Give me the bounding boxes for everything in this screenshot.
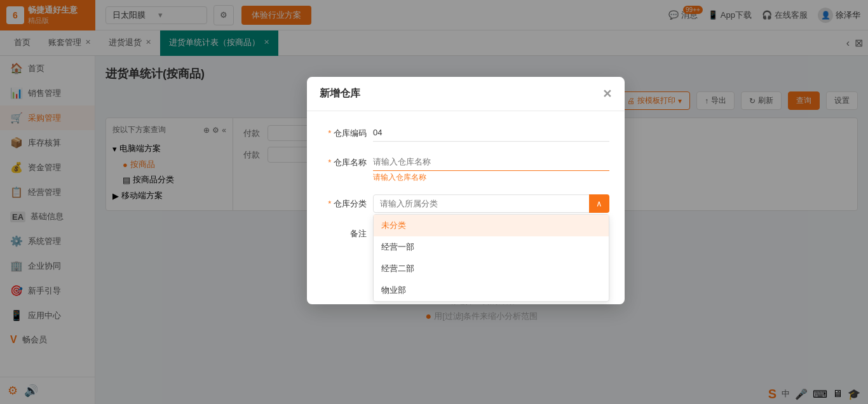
dropdown-item-dept1[interactable]: 经营一部	[374, 236, 609, 258]
dropdown-item-dept2[interactable]: 经营二部	[374, 258, 609, 279]
form-row-code: 仓库编码	[322, 124, 609, 142]
modal-header: 新增仓库 ✕	[307, 77, 625, 111]
warehouse-name-input[interactable]	[373, 153, 609, 171]
category-select-wrap: ∧ 未分类 经营一部 经营二部 物业部	[373, 194, 609, 213]
category-arrow-icon[interactable]: ∧	[589, 194, 609, 213]
name-label: 仓库名称	[322, 153, 373, 168]
name-field: 请输入仓库名称	[373, 153, 609, 183]
notes-label: 备注	[322, 224, 373, 239]
modal-add-warehouse: 新增仓库 ✕ 仓库编码 仓库名称 请输入仓库名称 仓库分类 ∧	[307, 77, 625, 304]
dropdown-item-uncategorized[interactable]: 未分类	[374, 215, 609, 236]
form-row-category: 仓库分类 ∧ 未分类 经营一部 经营二部 物业部	[322, 194, 609, 213]
name-error-msg: 请输入仓库名称	[373, 172, 609, 183]
category-field: ∧ 未分类 经营一部 经营二部 物业部	[373, 194, 609, 213]
category-label: 仓库分类	[322, 194, 373, 210]
warehouse-code-input[interactable]	[373, 124, 609, 142]
category-dropdown: 未分类 经营一部 经营二部 物业部	[373, 214, 609, 302]
modal-close-icon[interactable]: ✕	[602, 88, 612, 100]
modal-title: 新增仓库	[320, 87, 360, 100]
modal-body: 仓库编码 仓库名称 请输入仓库名称 仓库分类 ∧ 未分类	[307, 111, 625, 266]
category-input[interactable]	[373, 194, 609, 213]
code-field	[373, 124, 609, 142]
dropdown-item-dept3[interactable]: 物业部	[374, 279, 609, 301]
form-row-name: 仓库名称 请输入仓库名称	[322, 153, 609, 183]
code-label: 仓库编码	[322, 124, 373, 139]
